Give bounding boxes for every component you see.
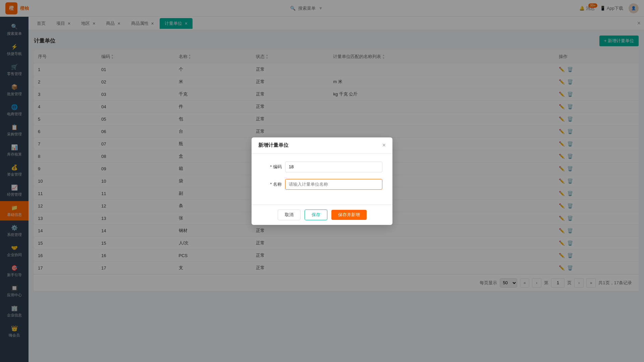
code-input[interactable] xyxy=(285,162,382,172)
modal-title: 新增计量单位 xyxy=(258,142,288,148)
modal-footer: 取消 保存 保存并新增 xyxy=(252,204,392,225)
save-and-new-button[interactable]: 保存并新增 xyxy=(331,210,367,220)
cancel-button[interactable]: 取消 xyxy=(278,209,301,220)
modal-body: * 编码 * 名称 xyxy=(252,154,392,204)
code-label: * 编码 xyxy=(262,164,282,170)
modal-header: 新增计量单位 × xyxy=(252,137,392,154)
modal-overlay: 新增计量单位 × * 编码 * 名称 取消 保存 保存并新增 xyxy=(0,0,644,362)
name-input[interactable] xyxy=(285,179,382,190)
add-unit-modal: 新增计量单位 × * 编码 * 名称 取消 保存 保存并新增 xyxy=(252,137,392,225)
code-form-row: * 编码 xyxy=(262,162,382,172)
name-form-row: * 名称 xyxy=(262,179,382,190)
name-label: * 名称 xyxy=(262,181,282,187)
modal-close-btn[interactable]: × xyxy=(382,142,386,148)
save-button[interactable]: 保存 xyxy=(305,209,327,220)
